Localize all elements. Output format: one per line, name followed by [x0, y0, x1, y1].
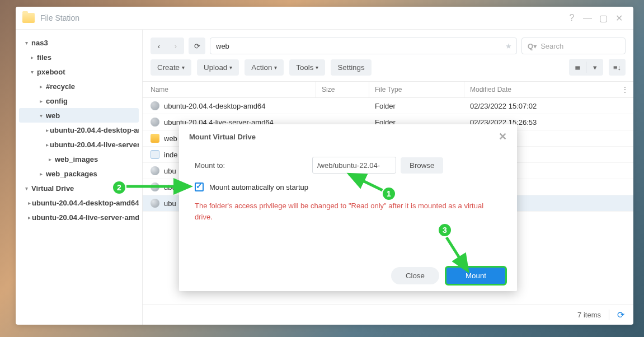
minimize-icon[interactable]: —	[580, 10, 595, 26]
app-folder-icon	[22, 13, 35, 23]
caret-down-icon: ▾	[274, 64, 277, 71]
folder-icon	[151, 101, 159, 110]
dialog-close-icon[interactable]: ✕	[499, 130, 507, 143]
mount-virtual-drive-dialog: Mount Virtual Drive ✕ Mount to: /web/ubu…	[179, 124, 517, 291]
chevron-right-icon: ▸	[28, 54, 36, 60]
item-count: 7 items	[577, 311, 601, 319]
tree-root-nas3[interactable]: ▾nas3	[19, 35, 139, 50]
col-header-type[interactable]: File Type	[369, 82, 464, 97]
tree-item-web-images[interactable]: ▸web_images	[19, 152, 139, 166]
tree-item-config[interactable]: ▸config	[19, 93, 139, 108]
auto-mount-checkbox[interactable]	[195, 182, 204, 191]
chevron-down-icon: ▾	[28, 69, 36, 75]
close-icon[interactable]: ✕	[611, 10, 627, 26]
tree-item-vd-ubuntu-desktop[interactable]: ▸ubuntu-20.04.4-desktop-amd64	[19, 195, 139, 210]
caret-down-icon: ▾	[229, 64, 232, 71]
file-icon	[151, 150, 159, 159]
toolbar-actions: Create▾ Upload▾ Action▾ Tools▾ Settings …	[143, 59, 633, 81]
dialog-header: Mount Virtual Drive ✕	[179, 124, 517, 149]
col-header-size[interactable]: Size	[316, 82, 369, 97]
tree-item-web[interactable]: ▾web	[19, 108, 139, 123]
chevron-down-icon: ▾	[37, 113, 45, 119]
annotation-badge-2: 2	[112, 180, 126, 195]
annotation-badge-1: 1	[382, 186, 396, 201]
help-icon[interactable]: ?	[564, 10, 580, 26]
reload-icon[interactable]: ⟳	[609, 310, 624, 320]
chevron-right-icon: ▸	[46, 142, 49, 148]
search-input[interactable]: Q▾ Search	[521, 38, 626, 54]
tree-item-recycle[interactable]: ▸#recycle	[19, 79, 139, 93]
tree-item-web-packages[interactable]: ▸web_packages	[19, 166, 139, 181]
auto-mount-label: Mount automatically on startup	[209, 183, 308, 191]
close-button[interactable]: Close	[391, 267, 439, 284]
iso-icon	[151, 199, 159, 208]
warning-text: The folder's access privilege will be ch…	[195, 200, 501, 222]
tree-item-pxeboot[interactable]: ▾pxeboot	[19, 64, 139, 79]
action-button[interactable]: Action▾	[245, 59, 284, 76]
chevron-right-icon: ▸	[28, 200, 31, 206]
search-placeholder: Search	[540, 42, 563, 50]
list-view-icon[interactable]: ≣	[569, 59, 586, 76]
sidebar: ▾nas3 ▸files ▾pxeboot ▸#recycle ▸config …	[16, 30, 143, 325]
chevron-right-icon: ▸	[37, 83, 45, 90]
chevron-right-icon: ▸	[28, 214, 31, 221]
chevron-right-icon: ▸	[37, 98, 45, 104]
mount-button[interactable]: Mount	[445, 266, 507, 285]
chevron-right-icon: ▸	[46, 127, 49, 133]
window-title: File Station	[40, 13, 79, 22]
footer: 7 items ⟳	[143, 305, 633, 325]
table-row[interactable]: ubuntu-20.04.4-desktop-amd64Folder02/23/…	[143, 98, 633, 114]
back-button[interactable]: ‹	[151, 38, 167, 54]
dialog-title: Mount Virtual Drive	[189, 133, 256, 141]
tools-button[interactable]: Tools▾	[289, 59, 325, 76]
dialog-footer: Close Mount	[179, 260, 517, 291]
toolbar-nav: ‹ › ⟳ web ★ Q▾ Search	[143, 30, 633, 59]
path-input[interactable]: web ★	[210, 38, 517, 54]
iso-icon	[151, 166, 159, 175]
reload-button[interactable]: ⟳	[189, 38, 205, 54]
chevron-right-icon: ▸	[37, 171, 45, 177]
create-button[interactable]: Create▾	[151, 59, 191, 76]
star-icon[interactable]: ★	[505, 42, 512, 50]
view-dropdown-icon[interactable]: ▾	[586, 59, 603, 76]
col-header-name[interactable]: Name	[143, 82, 316, 97]
folder-icon	[151, 134, 159, 143]
col-menu-icon[interactable]: ⋮	[617, 86, 633, 93]
search-icon: Q▾	[528, 42, 537, 50]
tree-item-vd-ubuntu-live-server[interactable]: ▸ubuntu-20.04.4-live-server-amd64	[19, 210, 139, 224]
forward-button[interactable]: ›	[167, 38, 184, 54]
tree-item-files[interactable]: ▸files	[19, 50, 139, 64]
folder-icon	[151, 118, 159, 127]
settings-button[interactable]: Settings	[331, 59, 371, 76]
caret-down-icon: ▾	[316, 64, 318, 71]
caret-down-icon: ▾	[182, 64, 185, 71]
path-value: web	[216, 42, 229, 50]
chevron-down-icon: ▾	[22, 40, 30, 46]
chevron-down-icon: ▾	[22, 185, 30, 191]
mount-to-label: Mount to:	[195, 161, 312, 170]
upload-button[interactable]: Upload▾	[197, 59, 239, 76]
sort-button[interactable]: ≡↓	[609, 59, 626, 76]
dialog-body: Mount to: /web/ubuntu-22.04- Browse Moun…	[179, 149, 517, 260]
titlebar: File Station ? — ▢ ✕	[16, 7, 633, 29]
iso-icon	[151, 182, 159, 191]
tree-item-ubuntu-live-server[interactable]: ▸ubuntu-20.04.4-live-server-amd64	[19, 137, 139, 152]
tree-item-ubuntu-desktop[interactable]: ▸ubuntu-20.04.4-desktop-amd64	[19, 123, 139, 137]
col-header-date[interactable]: Modified Date	[464, 82, 617, 97]
chevron-right-icon: ▸	[46, 156, 54, 162]
maximize-icon[interactable]: ▢	[595, 10, 611, 26]
browse-button[interactable]: Browse	[401, 157, 443, 174]
table-header: Name Size File Type Modified Date ⋮	[143, 81, 633, 98]
annotation-badge-3: 3	[438, 223, 452, 237]
mount-to-input[interactable]: /web/ubuntu-22.04-	[312, 157, 396, 174]
